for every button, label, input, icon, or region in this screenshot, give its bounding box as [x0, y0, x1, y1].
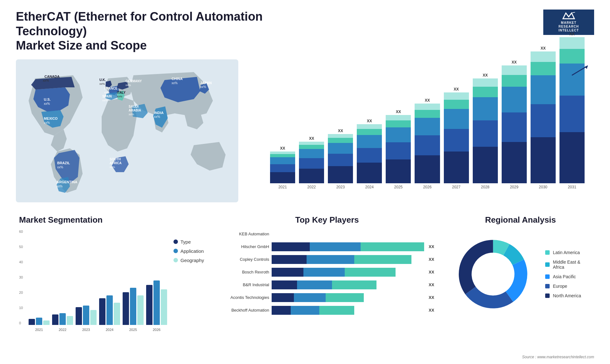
bar-year-2023: 2023 — [328, 185, 353, 189]
bar-stack-2027 — [444, 92, 469, 183]
svg-text:U.K.: U.K. — [99, 78, 106, 82]
player-row-6: Beckhoff AutomationXX — [220, 306, 434, 315]
source-text: Source : www.marketresearchintellect.com — [522, 355, 594, 359]
legend-dot-0 — [173, 239, 178, 244]
regional-container: Regional Analysis Latin AmericaMiddle Ea… — [447, 212, 594, 364]
bar-segment-2031-4 — [559, 37, 585, 49]
bar-group-2026: XX — [415, 98, 440, 183]
player-bar-3 — [272, 268, 396, 277]
seg-bar-2022-1 — [59, 313, 66, 325]
player-bar-seg-3-1 — [303, 268, 345, 277]
bar-segment-2029-2 — [502, 87, 527, 112]
seg-bar-2024-1 — [106, 295, 113, 325]
legend-label-1: Application — [180, 248, 204, 254]
player-bar-seg-3-0 — [272, 268, 303, 277]
bar-segment-2025-2 — [386, 127, 411, 142]
bar-segment-2024-1 — [357, 148, 382, 163]
bar-stack-2022 — [299, 142, 324, 183]
seg-legend-item-2: Geography — [173, 258, 204, 263]
player-row-4: B&R IndustrialXX — [220, 280, 434, 289]
bar-year-2031: 2031 — [559, 185, 585, 189]
svg-text:xx%: xx% — [200, 85, 206, 89]
donut-segment-3 — [465, 286, 513, 308]
svg-text:BRAZIL: BRAZIL — [57, 161, 70, 165]
seg-bar-2025-0 — [123, 292, 129, 325]
bar-xx-2028: XX — [483, 73, 488, 78]
reg-legend-dot-2 — [545, 274, 550, 279]
seg-bar-group-2023 — [76, 306, 97, 325]
player-xx-5: XX — [429, 295, 434, 300]
seg-legend: TypeApplicationGeography — [173, 230, 204, 263]
reg-legend-dot-1 — [545, 262, 550, 267]
bar-segment-2021-3 — [270, 154, 295, 157]
bar-segment-2027-0 — [444, 152, 469, 183]
reg-legend-label-0: Latin America — [553, 250, 580, 255]
reg-legend-dot-3 — [545, 284, 550, 288]
player-bar-seg-6-2 — [319, 306, 354, 315]
world-map-svg: CANADA xx% U.S. xx% MEXICO xx% BRAZIL xx… — [16, 59, 238, 202]
bar-stack-2026 — [415, 104, 440, 183]
donut-segment-2 — [505, 260, 527, 302]
seg-chart-area: 0 10 20 30 40 50 60 20212022202320242025… — [19, 230, 204, 341]
svg-text:SOUTH: SOUTH — [110, 158, 121, 161]
bar-chart-bars: XXXXXXXXXXXXXXXXXXXXXX — [267, 63, 588, 183]
bar-segment-2026-0 — [415, 155, 440, 183]
bar-segment-2025-0 — [386, 159, 411, 183]
svg-marker-0 — [563, 13, 574, 19]
seg-bar-2025-2 — [137, 295, 144, 325]
player-xx-1: XX — [429, 244, 434, 249]
seg-year-2023: 2023 — [76, 328, 97, 332]
seg-year-labels: 202120222023202420252026 — [29, 327, 167, 332]
player-bar-4 — [272, 280, 376, 289]
seg-bars-row — [29, 230, 167, 325]
seg-bar-2024-0 — [99, 298, 105, 325]
player-bar-seg-1-1 — [310, 242, 361, 251]
bar-stack-2023 — [328, 134, 353, 183]
bar-segment-2021-2 — [270, 157, 295, 164]
bar-segment-2025-1 — [386, 142, 411, 159]
bar-segment-2024-2 — [357, 135, 382, 148]
player-bar-container-0 — [272, 230, 434, 239]
bar-segment-2022-3 — [299, 145, 324, 149]
bar-year-2026: 2026 — [415, 185, 440, 189]
bar-segment-2029-1 — [502, 112, 527, 142]
player-row-5: Acontis TechnologiesXX — [220, 293, 434, 302]
bar-year-labels: 2021202220232024202520262027202820292030… — [267, 185, 588, 189]
reg-legend-label-3: Europe — [553, 284, 567, 289]
svg-text:xx%: xx% — [102, 99, 108, 102]
player-bar-seg-1-0 — [272, 242, 310, 251]
header: EtherCAT (Ethernet for Control Automatio… — [16, 10, 594, 53]
svg-text:xx%: xx% — [110, 165, 115, 169]
player-row-3: Bosch RexrothXX — [220, 268, 434, 277]
svg-text:xx%: xx% — [44, 121, 50, 125]
svg-text:AFRICA: AFRICA — [110, 161, 122, 165]
reg-legend-label-1: Middle East & Africa — [553, 260, 591, 270]
svg-text:CHINA: CHINA — [172, 77, 183, 81]
bar-group-2029: XX — [502, 60, 527, 183]
bar-year-2028: 2028 — [473, 185, 498, 189]
bar-group-2031: XX — [559, 32, 585, 183]
seg-bar-group-2022 — [52, 313, 73, 325]
page-container: EtherCAT (Ethernet for Control Automatio… — [0, 0, 610, 364]
player-bar-container-1 — [272, 242, 424, 251]
player-bar-6 — [272, 306, 354, 315]
svg-text:SAUDI: SAUDI — [129, 105, 139, 108]
bar-xx-2021: XX — [280, 146, 285, 151]
player-bar-seg-4-0 — [272, 280, 297, 289]
svg-text:GERMANY: GERMANY — [125, 79, 142, 83]
bar-segment-2023-4 — [328, 134, 353, 138]
seg-bar-2022-2 — [67, 316, 73, 325]
bar-segment-2022-0 — [299, 169, 324, 183]
svg-text:xx%: xx% — [99, 82, 105, 85]
logo-text: MARKETRESEARCHINTELLECT — [559, 21, 579, 32]
reg-legend-item-0: Latin America — [545, 250, 591, 255]
bar-segment-2027-2 — [444, 109, 469, 129]
seg-year-2025: 2025 — [123, 328, 144, 332]
svg-text:SPAIN: SPAIN — [102, 95, 112, 98]
bar-segment-2028-0 — [473, 147, 498, 183]
map-container: CANADA xx% U.S. xx% MEXICO xx% BRAZIL xx… — [16, 59, 238, 202]
seg-legend-item-0: Type — [173, 239, 204, 245]
reg-legend-dot-0 — [545, 250, 550, 255]
player-bar-container-3 — [272, 268, 424, 277]
seg-bar-group-2026 — [146, 280, 167, 325]
